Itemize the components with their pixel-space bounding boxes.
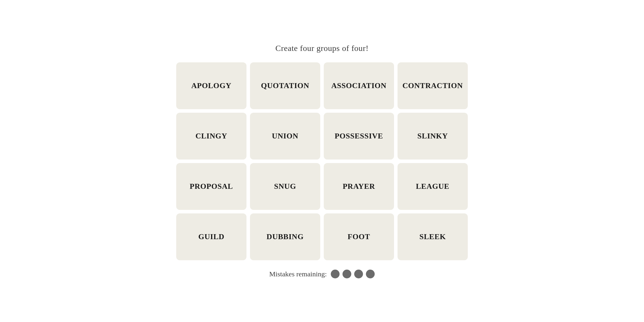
word-label: CONTRACTION — [402, 81, 463, 90]
word-card[interactable]: UNION — [250, 113, 320, 160]
word-card[interactable]: LEAGUE — [398, 163, 468, 210]
mistakes-dots — [331, 270, 375, 278]
word-card[interactable]: ASSOCIATION — [324, 62, 394, 109]
word-card[interactable]: POSSESSIVE — [324, 113, 394, 160]
word-grid: APOLOGYQUOTATIONASSOCIATIONCONTRACTIONCL… — [176, 62, 468, 260]
word-label: DUBBING — [267, 232, 304, 241]
word-label: APOLOGY — [191, 81, 232, 90]
mistake-dot — [342, 270, 351, 278]
word-label: CLINGY — [196, 132, 227, 141]
word-label: SNUG — [274, 182, 296, 191]
word-card[interactable]: DUBBING — [250, 213, 320, 260]
word-label: PRAYER — [343, 182, 375, 191]
word-label: PROPOSAL — [190, 182, 233, 191]
mistake-dot — [331, 270, 340, 278]
word-card[interactable]: PRAYER — [324, 163, 394, 210]
word-label: SLEEK — [419, 232, 446, 241]
word-label: FOOT — [348, 232, 370, 241]
word-label: LEAGUE — [416, 182, 449, 191]
word-label: ASSOCIATION — [331, 81, 387, 90]
word-card[interactable]: SNUG — [250, 163, 320, 210]
word-card[interactable]: SLINKY — [398, 113, 468, 160]
word-label: QUOTATION — [261, 81, 309, 90]
word-card[interactable]: QUOTATION — [250, 62, 320, 109]
mistake-dot — [366, 270, 375, 278]
word-card[interactable]: FOOT — [324, 213, 394, 260]
mistakes-row: Mistakes remaining: — [269, 270, 375, 278]
page-container: Create four groups of four! APOLOGYQUOTA… — [161, 44, 483, 278]
word-label: GUILD — [198, 232, 224, 241]
mistakes-label: Mistakes remaining: — [269, 270, 327, 278]
word-label: SLINKY — [417, 132, 448, 141]
word-label: POSSESSIVE — [335, 132, 383, 141]
mistake-dot — [354, 270, 363, 278]
word-card[interactable]: APOLOGY — [176, 62, 246, 109]
word-card[interactable]: CONTRACTION — [398, 62, 468, 109]
word-card[interactable]: SLEEK — [398, 213, 468, 260]
word-card[interactable]: GUILD — [176, 213, 246, 260]
word-card[interactable]: CLINGY — [176, 113, 246, 160]
word-card[interactable]: PROPOSAL — [176, 163, 246, 210]
word-label: UNION — [272, 132, 299, 141]
game-subtitle: Create four groups of four! — [275, 44, 369, 53]
